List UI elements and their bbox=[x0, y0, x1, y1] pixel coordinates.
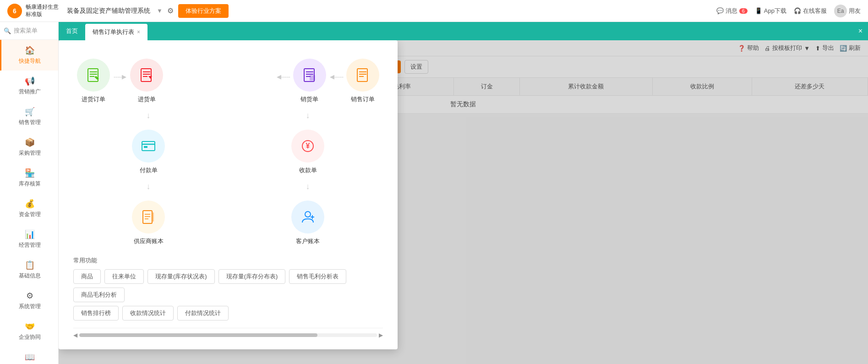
flow-node-purchase-order[interactable]: 进货订单 bbox=[73, 51, 114, 111]
app-download-item[interactable]: 📱 App下载 bbox=[755, 7, 786, 15]
flow-node-sales-bill[interactable]: 销货单 bbox=[289, 51, 330, 111]
common-functions-title: 常用功能 bbox=[73, 256, 383, 265]
sidebar-item-sales[interactable]: 🛒 销售管理 bbox=[0, 101, 58, 132]
top-bar-right: 💬 消息 6 📱 App下载 🎧 在线客服 Ea 用友 bbox=[716, 5, 861, 17]
sales-bill-label: 销货单 bbox=[300, 95, 318, 103]
down-arrow-supplier: ↓ bbox=[147, 182, 151, 191]
supplier-ledger-circle[interactable] bbox=[132, 201, 165, 234]
basic-info-icon: 📋 bbox=[25, 260, 35, 270]
sidebar-item-operation[interactable]: 📊 经营管理 bbox=[0, 224, 58, 255]
svg-rect-22 bbox=[143, 211, 152, 223]
sidebar-item-inventory[interactable]: 🏪 库存核算 bbox=[0, 163, 58, 193]
func-btn-sales-rank[interactable]: 销售排行榜 bbox=[73, 306, 119, 321]
col-receipt: ↓ ¥ 收款单 bbox=[288, 111, 328, 182]
message-item[interactable]: 💬 消息 6 bbox=[716, 7, 748, 15]
svg-rect-12 bbox=[310, 75, 315, 81]
col-customer: ↓ 客户账本 bbox=[288, 182, 328, 253]
func-btn-receipt-stats[interactable]: 收款情况统计 bbox=[122, 306, 174, 321]
sidebar-item-label: 营销推广 bbox=[19, 88, 41, 96]
purchase-bill-label: 进货单 bbox=[138, 95, 156, 103]
flow-node-payment[interactable]: 付款单 bbox=[128, 122, 169, 182]
sidebar-item-label: 资金管理 bbox=[19, 211, 41, 218]
scrollbar-thumb bbox=[79, 333, 317, 337]
system-title: 装备及固定资产辅助管理系统 bbox=[67, 7, 150, 15]
sidebar-item-finance[interactable]: 💰 资金管理 bbox=[0, 193, 58, 224]
arrow-2: ◀ - - - - - bbox=[277, 73, 289, 80]
online-service-item[interactable]: 🎧 在线客服 bbox=[794, 7, 827, 15]
tab-sales-order[interactable]: 销售订单执行表 × bbox=[85, 24, 147, 40]
customer-ledger-label: 客户账本 bbox=[296, 237, 320, 245]
func-btn-product-profit[interactable]: 商品毛利分析 bbox=[73, 288, 125, 302]
down-arrow-payment: ↓ bbox=[147, 111, 151, 120]
top-bar-left: 6 畅康通好生意 标准版 装备及固定资产辅助管理系统 ▼ ⚙ 体验行业方案 bbox=[7, 4, 229, 18]
func-btn-inventory-dist[interactable]: 现存量(库存分布表) bbox=[218, 269, 286, 284]
tab-panel-close-icon[interactable]: × bbox=[858, 27, 868, 35]
sidebar-item-purchase[interactable]: 📦 采购管理 bbox=[0, 132, 58, 163]
arrow-3: ◀ - - - - - bbox=[330, 73, 343, 80]
flow-node-sales-order[interactable]: 销售订单 bbox=[343, 51, 383, 111]
sidebar-item-label: 快捷导航 bbox=[19, 57, 41, 65]
flow-node-customer-ledger[interactable]: 客户账本 bbox=[288, 193, 328, 253]
sidebar-item-label: 企业协同 bbox=[19, 333, 41, 341]
purchase-order-circle[interactable] bbox=[77, 59, 110, 92]
sidebar-item-label: 库存核算 bbox=[19, 180, 41, 188]
sidebar: 🔍 搜索菜单 🏠 快捷导航 📢 营销推广 🛒 销售管理 📦 采购管理 🏪 bbox=[0, 22, 59, 364]
inventory-icon: 🏪 bbox=[25, 168, 35, 178]
customer-ledger-circle[interactable] bbox=[291, 201, 324, 234]
quick-nav-modal: 进货订单 - - - - - ▶ bbox=[59, 40, 398, 349]
func-btn-inventory-status[interactable]: 现存量(库存状况表) bbox=[147, 269, 215, 284]
user-item[interactable]: Ea 用友 bbox=[834, 5, 861, 17]
sidebar-item-enterprise[interactable]: 🤝 企业协同 bbox=[0, 316, 58, 347]
logo-area: 6 畅康通好生意 标准版 bbox=[7, 4, 62, 18]
system-dropdown-icon[interactable]: ▼ bbox=[157, 7, 163, 14]
modal-scrollbar: ◀ ▶ bbox=[73, 328, 383, 338]
func-buttons-row2: 销售排行榜 收款情况统计 付款情况统计 bbox=[73, 306, 383, 321]
sales-bill-circle[interactable] bbox=[293, 59, 326, 92]
col-supplier: ↓ 供应商账本 bbox=[128, 182, 169, 253]
sidebar-item-quick-nav[interactable]: 🏠 快捷导航 bbox=[0, 40, 58, 71]
func-btn-payment-stats[interactable]: 付款情况统计 bbox=[177, 306, 229, 321]
func-btn-product[interactable]: 商品 bbox=[73, 269, 101, 284]
svg-rect-0 bbox=[88, 69, 98, 81]
settings-icon[interactable]: ⚙ bbox=[167, 6, 174, 15]
right-panel: 首页 销售订单执行表 × × ❓ 帮助 🖨 bbox=[59, 22, 868, 364]
supplier-ledger-label: 供应商账本 bbox=[134, 237, 164, 245]
sidebar-item-label: 经营管理 bbox=[19, 241, 41, 249]
modal-overlay: 进货订单 - - - - - ▶ bbox=[59, 40, 868, 364]
sidebar-item-label: 采购管理 bbox=[19, 149, 41, 157]
scroll-right-icon[interactable]: ▶ bbox=[379, 332, 383, 338]
func-btn-sales-profit[interactable]: 销售毛利分析表 bbox=[289, 269, 346, 284]
tab-close-icon[interactable]: × bbox=[137, 29, 140, 35]
trial-button[interactable]: 体验行业方案 bbox=[178, 4, 229, 18]
enterprise-icon: 🤝 bbox=[25, 321, 35, 331]
func-btn-contacts[interactable]: 往来单位 bbox=[104, 269, 144, 284]
scroll-left-icon[interactable]: ◀ bbox=[73, 332, 77, 338]
tab-home[interactable]: 首页 bbox=[59, 22, 85, 40]
receipt-circle[interactable]: ¥ bbox=[291, 130, 324, 163]
sidebar-search[interactable]: 🔍 搜索菜单 bbox=[0, 22, 58, 40]
flow-node-supplier-ledger[interactable]: 供应商账本 bbox=[128, 193, 169, 253]
sidebar-item-basic-info[interactable]: 📋 基础信息 bbox=[0, 255, 58, 285]
sidebar-item-guide[interactable]: 📖 新手引导 bbox=[0, 347, 58, 364]
message-icon: 💬 bbox=[716, 7, 724, 14]
sidebar-item-system[interactable]: ⚙ 系统管理 bbox=[0, 285, 58, 316]
svg-rect-13 bbox=[357, 69, 367, 81]
top-bar: 6 畅康通好生意 标准版 装备及固定资产辅助管理系统 ▼ ⚙ 体验行业方案 💬 … bbox=[0, 0, 868, 22]
scrollbar-track[interactable] bbox=[79, 333, 377, 337]
avatar: Ea bbox=[834, 5, 847, 17]
payment-label: 付款单 bbox=[140, 166, 158, 174]
sidebar-item-marketing[interactable]: 📢 营销推广 bbox=[0, 71, 58, 101]
sales-order-circle[interactable] bbox=[346, 59, 379, 92]
purchase-bill-circle[interactable] bbox=[130, 59, 163, 92]
main-content: 🔍 搜索菜单 🏠 快捷导航 📢 营销推广 🛒 销售管理 📦 采购管理 🏪 bbox=[0, 22, 868, 364]
flow-node-purchase-bill[interactable]: 进货单 bbox=[126, 51, 167, 111]
receipt-label: 收款单 bbox=[299, 166, 317, 174]
logo-text: 畅康通好生意 标准版 bbox=[26, 4, 59, 18]
flow-node-receipt[interactable]: ¥ 收款单 bbox=[288, 122, 328, 182]
sales-icon: 🛒 bbox=[25, 107, 35, 117]
payment-circle[interactable] bbox=[132, 130, 165, 163]
svg-rect-17 bbox=[142, 141, 155, 151]
app-container: 6 畅康通好生意 标准版 装备及固定资产辅助管理系统 ▼ ⚙ 体验行业方案 💬 … bbox=[0, 0, 868, 364]
col-payment: ↓ 付款单 bbox=[128, 111, 169, 182]
svg-point-27 bbox=[305, 212, 311, 217]
